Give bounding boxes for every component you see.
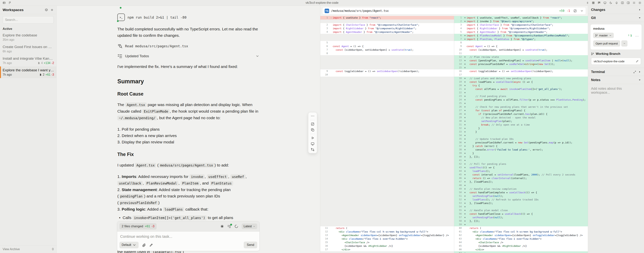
diff-new-line: 15+ — [454, 66, 588, 70]
view-archive-button[interactable]: View Archive — [3, 248, 20, 251]
diff-marker — [330, 41, 333, 44]
pencil-icon[interactable] — [636, 60, 639, 63]
code-text — [333, 91, 454, 94]
diff-old-line: 14 <div className="flex flex-1 overflow-… — [320, 237, 454, 240]
tool-call-row[interactable]: Read medusa/src/pages/Agent.tsx — [117, 44, 259, 48]
play-icon[interactable] — [311, 136, 314, 140]
expand-icon[interactable] — [633, 70, 636, 74]
line-number: 24 — [454, 98, 464, 102]
split-icon[interactable] — [311, 122, 314, 126]
files-changed-label: 2 files changed — [122, 224, 143, 228]
columns-icon[interactable] — [621, 1, 624, 4]
code-text — [466, 102, 588, 105]
composer-input[interactable] — [120, 234, 258, 239]
line-number — [320, 223, 330, 226]
kanban-icon[interactable] — [598, 1, 601, 4]
git-section-header[interactable]: Git — [588, 14, 644, 22]
diff-row: 6+import { PlanReviewModal } from "@/com… — [320, 34, 588, 37]
spark-icon[interactable] — [220, 224, 224, 228]
diff-marker — [464, 226, 466, 230]
line-number: 54 — [454, 205, 464, 208]
git-branch-icon — [591, 52, 594, 55]
workspace-item[interactable]: Explore the codebase I want you to explo… — [0, 66, 56, 78]
diff-old-line — [320, 123, 454, 126]
notes-placeholder[interactable]: Add notes about this workspace... — [588, 84, 644, 97]
diff-body[interactable]: 1-import { useState } from "react";1+imp… — [320, 16, 588, 253]
pr-dropdown-button[interactable] — [621, 40, 628, 46]
workspace-item[interactable]: Create Good First Issues on Github So pe… — [0, 43, 56, 55]
working-branch-field[interactable] — [591, 58, 641, 65]
plus-icon[interactable] — [50, 8, 54, 12]
drag-handle-icon[interactable] — [311, 114, 314, 118]
tool-call-label: Read medusa/src/pages/Agent.tsx — [125, 44, 188, 48]
changes-section-header[interactable]: Changes — [588, 6, 644, 14]
diff-file-card[interactable]: TS /medusa/medusa/src/pages/Agent.tsx +5… — [322, 7, 586, 15]
diff-old-line — [320, 134, 454, 137]
diff-old-line — [320, 59, 454, 62]
grid-icon[interactable] — [592, 1, 595, 4]
titlebar: vk/3ccf-explore-the-code — [0, 0, 644, 6]
line-number: 51 — [454, 194, 464, 198]
code-text — [466, 134, 588, 137]
tool-call-row[interactable]: Updated Todos — [117, 54, 259, 58]
list-icon[interactable] — [632, 1, 636, 4]
bell-icon[interactable] — [615, 1, 618, 4]
code-text: <div className="flex flex-col h-screen b… — [466, 230, 588, 234]
caret-down-icon — [638, 79, 641, 81]
chevron-down-icon[interactable] — [256, 54, 259, 58]
compare-icon[interactable] — [311, 148, 314, 152]
terminal-section-header[interactable]: Terminal — [588, 68, 644, 76]
code-text: import { useState, useEffect, useRef, us… — [466, 16, 588, 20]
pen-icon[interactable] — [149, 243, 153, 247]
working-branch-input[interactable] — [593, 60, 636, 63]
chevron-down-icon[interactable] — [580, 9, 584, 12]
send-button[interactable]: Send — [244, 242, 257, 248]
line-number — [320, 94, 330, 98]
flag-icon[interactable] — [8, 1, 12, 4]
tool-call-row[interactable]: >_npm run build 2>&1 | tail -80 — [117, 14, 259, 21]
bullet: • — [119, 214, 120, 221]
diff-row: 22+ — [320, 91, 588, 94]
notes-section-header[interactable]: Notes — [588, 76, 644, 84]
line-number: 52 — [454, 198, 464, 202]
files-changed-badge[interactable]: 2 files changed +61 -3 — [120, 223, 156, 230]
paperclip-icon[interactable] — [142, 243, 146, 247]
table-icon[interactable] — [3, 1, 6, 4]
line-number: 6 — [320, 44, 330, 48]
settings-icon[interactable] — [638, 1, 641, 4]
diff-new-line: 24+ const pendingPlans = allPlans.filter… — [454, 98, 588, 102]
workspace-search[interactable] — [3, 16, 54, 24]
todos-indicator[interactable] — [227, 224, 231, 228]
diff-marker — [464, 52, 466, 55]
more-options-button[interactable]: ... — [635, 34, 639, 37]
mode-dropdown[interactable]: Default — [120, 242, 138, 248]
code-text: <AgentHeader sidebarOpen={sidebarOpen} o… — [466, 234, 588, 237]
line-number: 23 — [454, 94, 464, 98]
panel-right-icon[interactable] — [627, 1, 630, 4]
monitor-icon[interactable] — [604, 1, 606, 4]
monitor-icon[interactable] — [311, 142, 314, 146]
workspace-item[interactable]: Explore the codebase35m ago — [0, 32, 56, 43]
moon-icon[interactable] — [609, 1, 612, 4]
line-number — [320, 126, 330, 130]
search-input[interactable] — [5, 18, 52, 22]
notes-label: Notes — [591, 78, 600, 82]
diff-marker: + — [464, 76, 466, 80]
diff-file-path: /medusa/medusa/src/pages/Agent.tsx — [331, 9, 558, 12]
layers-icon[interactable] — [45, 8, 48, 12]
chat-scroll-area[interactable]: >_npm run build 2>&1 | tail -80The build… — [56, 6, 320, 253]
workspace-item[interactable]: Install and integrate Vibe Kanban Web GU… — [0, 55, 56, 66]
diff-old-line — [320, 87, 454, 91]
open-pull-request-button[interactable]: Open pull request — [593, 40, 620, 46]
line-number: 36 — [454, 141, 464, 144]
split-view-icon[interactable] — [574, 9, 577, 12]
diff-new-line: 30+ setPendingPlan(plan); — [454, 119, 588, 123]
pause-icon[interactable] — [586, 1, 589, 4]
latest-dropdown[interactable]: Latest — [242, 224, 257, 229]
copy-icon[interactable] — [311, 128, 314, 132]
diff-marker: + — [464, 180, 466, 184]
diff-new-line: 5import { AgentHeader } from "@/componen… — [454, 30, 588, 34]
message-heading: Root Cause — [117, 91, 259, 97]
branch-selector[interactable]: master — [593, 33, 614, 38]
diff-row: 44+ loadPlans(); — [320, 169, 588, 173]
